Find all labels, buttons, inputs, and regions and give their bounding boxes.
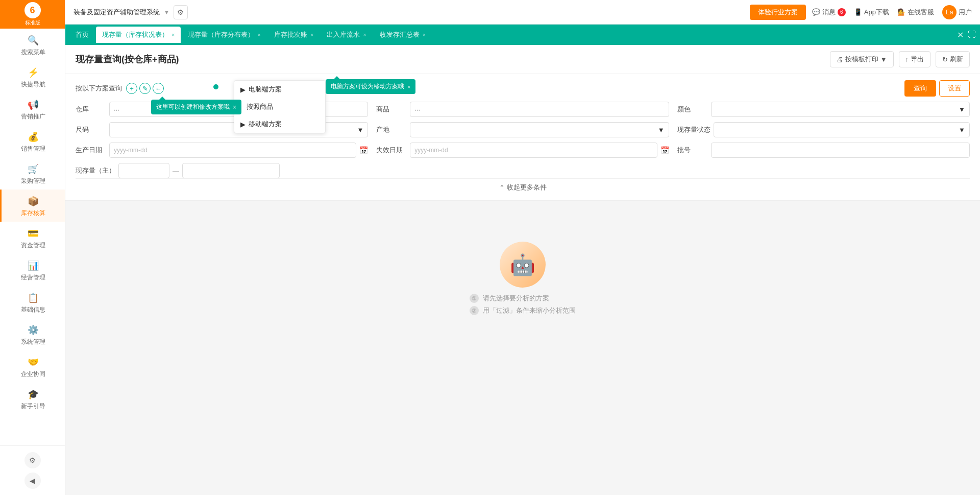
sidebar-item-system[interactable]: ⚙️ 系统管理 [0,318,65,350]
industry-btn[interactable]: 体验行业方案 [750,5,806,20]
origin-select[interactable]: ▼ [410,122,669,137]
tab-inventory-dist-close[interactable]: × [257,32,260,38]
empty-step-2-text: 用「过滤」条件来缩小分析范围 [483,306,576,315]
expire-date-label: 失效日期 [376,146,407,155]
empty-state: 🤖 ① 请先选择要分析的方案 ② 用「过滤」条件来缩小分析范围 [65,201,980,356]
stock-main-to[interactable] [182,163,280,178]
goods-select[interactable]: ··· [410,102,669,117]
back-scheme-btn[interactable]: ← [153,83,164,94]
sidebar-item-search-menu[interactable]: 🔍 搜索菜单 [0,29,65,61]
batch-no-input[interactable] [711,143,970,158]
tab-batch-ledger[interactable]: 库存批次账 × [268,27,320,43]
finance-label: 资金管理 [21,241,45,250]
tab-home[interactable]: 首页 [69,27,95,43]
expire-date-placeholder: yyyy-mm-dd [414,147,448,154]
marketing-icon: 📢 [28,99,39,110]
print-label: 按模板打印 [845,55,878,64]
sidebar-item-finance[interactable]: 💳 资金管理 [0,222,65,254]
scheme-tooltip2-text: 这里可以创建和修改方案哦 [156,103,230,111]
reset-btn[interactable]: 设置 [939,80,970,97]
system-dropdown-icon[interactable]: ▼ [164,9,169,15]
content-area: 现存量查询(按仓库+商品) 🖨 按模板打印 ▼ ↑ 导出 ↻ 刷新 [65,45,980,495]
page-header: 现存量查询(按仓库+商品) 🖨 按模板打印 ▼ ↑ 导出 ↻ 刷新 [65,45,980,74]
tab-inout-flow[interactable]: 出入库流水 × [321,27,372,43]
purchase-label: 采购管理 [21,177,45,185]
filter-cell-goods: 商品 ··· [376,102,669,117]
expire-date-input[interactable]: yyyy-mm-dd [410,143,657,158]
topbar-gear-btn[interactable]: ⚙ [174,5,188,19]
expire-date-calendar-icon[interactable]: 📅 [660,146,669,154]
sidebar-item-quick-nav[interactable]: ⚡ 快捷导航 [0,61,65,93]
color-label: 颜色 [677,105,708,114]
stock-main-from[interactable] [118,163,169,178]
collapse-sidebar-btn[interactable]: ◀ [24,473,41,489]
filter-cell-batch-no: 批号 [677,143,970,158]
edit-scheme-btn[interactable]: ✎ [139,83,151,94]
system-name: 装备及固定资产辅助管理系统 [74,8,160,17]
guide-label: 新手引导 [21,402,45,411]
scheme-desktop-header[interactable]: ▶ 电脑端方案 [234,81,325,98]
sidebar-item-sales[interactable]: 💰 销售管理 [0,125,65,157]
fullscreen-icon[interactable]: ⛶ [968,30,976,39]
tabs-bar-right: ✕ ⛶ [957,30,976,40]
scheme-tooltip-close[interactable]: × [407,84,410,90]
scheme-mobile-arrow: ▶ [240,121,246,128]
sidebar-item-basic[interactable]: 📋 基础信息 [0,286,65,318]
scheme-tooltip2-close[interactable]: × [233,104,236,111]
export-btn[interactable]: ↑ 导出 [899,51,931,67]
produce-date-calendar-icon[interactable]: 📅 [359,146,368,154]
produce-date-input[interactable]: yyyy-mm-dd [109,143,356,158]
page-actions: 🖨 按模板打印 ▼ ↑ 导出 ↻ 刷新 [830,51,970,67]
collapse-btn[interactable]: ⌃ 收起更多条件 [76,178,970,196]
search-btn[interactable]: 查询 [904,80,936,97]
user-btn[interactable]: Ea 用户 [942,5,972,19]
online-service-label: 在线客服 [908,8,934,17]
tab-inventory-status-label: 现存量（库存状况表） [102,30,168,39]
sales-icon: 💰 [28,131,39,143]
scheme-goods-label: 按照商品 [247,102,273,111]
online-service-btn[interactable]: 💁 在线客服 [897,8,934,17]
filter-row-2: 尺码 ▼ 产地 ▼ 现存量状态 [76,122,970,137]
filter-cell-color: 颜色 ▼ [677,102,970,117]
tab-inventory-dist[interactable]: 现存量（库存分布表） × [182,27,266,43]
logo-icon: 6 [24,2,41,18]
online-service-icon: 💁 [897,8,905,16]
refresh-btn[interactable]: ↻ 刷新 [936,51,970,67]
sidebar-bottom: ⚙ ◀ [0,445,65,495]
tab-batch-ledger-close[interactable]: × [310,32,313,38]
filter-area: 按以下方案查询 + ✎ ← ▶ 电脑端方案 按照商品 ▶ [65,74,980,201]
add-scheme-btn[interactable]: + [126,83,137,94]
tab-inventory-status[interactable]: 现存量（库存状况表） × [96,27,181,43]
sidebar: 6 标准版 🔍 搜索菜单 ⚡ 快捷导航 📢 营销推广 💰 销售管理 🛒 采购管理… [0,0,65,495]
message-btn[interactable]: 💬 消息 6 [812,8,846,17]
tab-receive-summary[interactable]: 收发存汇总表 × [374,27,432,43]
tab-inout-flow-close[interactable]: × [363,32,366,38]
user-avatar: Ea [942,5,957,19]
print-btn[interactable]: 🖨 按模板打印 ▼ [830,51,894,67]
scheme-goods-item[interactable]: 按照商品 [234,98,325,115]
scheme-mobile-header[interactable]: ▶ 移动端方案 [234,115,325,133]
sidebar-item-enterprise[interactable]: 🤝 企业协同 [0,350,65,383]
tab-inventory-status-close[interactable]: × [172,32,175,38]
tab-receive-summary-close[interactable]: × [423,32,426,38]
warehouse-dots: ··· [114,106,119,113]
settings-btn[interactable]: ⚙ [24,452,41,468]
filter-cell-expire-date: 失效日期 yyyy-mm-dd 📅 [376,143,669,158]
export-icon: ↑ [905,56,909,63]
sidebar-item-purchase[interactable]: 🛒 采购管理 [0,157,65,190]
sidebar-item-guide[interactable]: 🎓 新手引导 [0,383,65,415]
filter-cell-stock-main: 现存量（主） — [76,163,280,178]
color-select[interactable]: ▼ [711,102,970,117]
sidebar-item-marketing[interactable]: 📢 营销推广 [0,93,65,125]
close-all-tabs-icon[interactable]: ✕ [957,30,964,40]
logo-text: 标准版 [25,19,40,27]
stock-status-select[interactable]: ▼ [714,122,970,137]
inventory-label: 库存核算 [21,209,45,218]
sidebar-item-inventory[interactable]: 📦 库存核算 [0,190,65,222]
tabs-bar: 首页 现存量（库存状况表） × 现存量（库存分布表） × 库存批次账 × 出入库… [65,25,980,45]
sidebar-item-operation[interactable]: 📊 经营管理 [0,254,65,286]
app-download-btn[interactable]: 📱 App下载 [854,8,889,17]
scheme-mobile-label: 移动端方案 [249,120,282,129]
search-menu-label: 搜索菜单 [21,48,45,57]
collapse-label: 收起更多条件 [507,183,547,192]
